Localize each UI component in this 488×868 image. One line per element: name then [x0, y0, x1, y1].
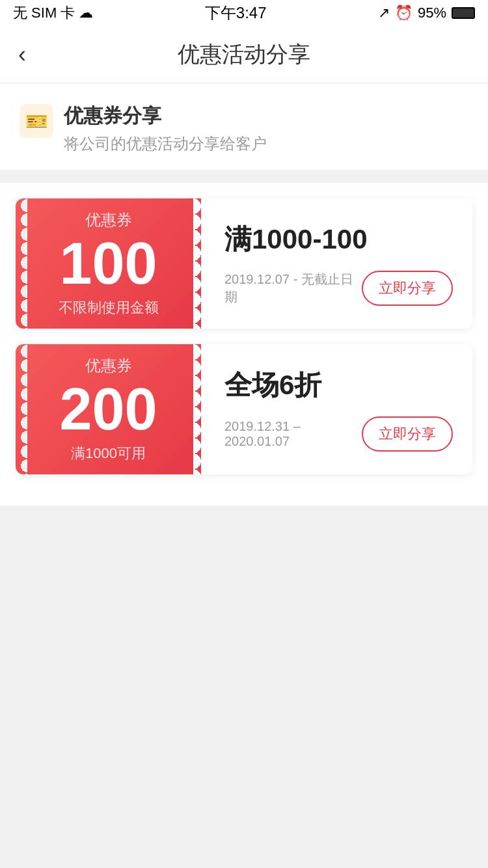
coupon-left-1: 优惠券 100 不限制使用金额 [16, 198, 201, 329]
location-icon: ↗ [378, 5, 390, 21]
status-right: ↗ ⏰ 95% [378, 5, 475, 21]
coupon-footer-1: 2019.12.07 - 无截止日期 立即分享 [224, 271, 453, 306]
sim-wifi-label: 无 SIM 卡 ☁ [13, 3, 93, 23]
status-bar: 无 SIM 卡 ☁ 下午3:47 ↗ ⏰ 95% [0, 0, 488, 26]
coupon-card-2: 优惠券 200 满1000可用 全场6折 2019.12.31 – 2020.0… [16, 344, 472, 474]
section-header: 🎫 优惠券分享 将公司的优惠活动分享给客户 [0, 83, 488, 170]
page-title: 优惠活动分享 [178, 40, 310, 70]
coupon-date-2: 2019.12.31 – 2020.01.07 [224, 419, 362, 449]
battery-icon [452, 7, 475, 19]
status-left: 无 SIM 卡 ☁ [13, 3, 93, 23]
coupon-left-2: 优惠券 200 满1000可用 [16, 344, 201, 474]
battery-label: 95% [418, 5, 446, 21]
alarm-icon: ⏰ [395, 5, 413, 21]
share-button-1[interactable]: 立即分享 [362, 271, 453, 306]
coupon-date-1: 2019.12.07 - 无截止日期 [224, 271, 362, 306]
section-subtitle: 将公司的优惠活动分享给客户 [64, 133, 267, 154]
coupon-value-1: 100 [59, 234, 157, 293]
coupon-right-2: 全场6折 2019.12.31 – 2020.01.07 立即分享 [201, 344, 472, 474]
coupon-name-1: 满1000-100 [224, 221, 453, 258]
share-button-2[interactable]: 立即分享 [362, 416, 453, 452]
coupon-value-2: 200 [59, 380, 157, 439]
section-text: 优惠券分享 将公司的优惠活动分享给客户 [64, 103, 267, 154]
coupon-condition-2: 满1000可用 [71, 444, 146, 463]
coupon-list: 优惠券 100 不限制使用金额 满1000-100 2019.12.07 - 无… [0, 183, 488, 506]
coupon-condition-1: 不限制使用金额 [59, 298, 159, 318]
coupon-label-2: 优惠券 [85, 355, 132, 376]
coupon-icon: 🎫 [20, 104, 53, 138]
coupon-card-1: 优惠券 100 不限制使用金额 满1000-100 2019.12.07 - 无… [16, 198, 472, 329]
coupon-footer-2: 2019.12.31 – 2020.01.07 立即分享 [224, 416, 453, 452]
status-time: 下午3:47 [205, 3, 267, 23]
coupon-right-1: 满1000-100 2019.12.07 - 无截止日期 立即分享 [201, 198, 472, 329]
bottom-area [0, 506, 488, 868]
section-title: 优惠券分享 [64, 103, 267, 129]
coupon-name-2: 全场6折 [224, 367, 453, 403]
divider [0, 170, 488, 183]
nav-bar: ‹ 优惠活动分享 [0, 26, 488, 83]
coupon-emoji: 🎫 [25, 111, 48, 132]
coupon-label-1: 优惠券 [85, 210, 132, 230]
back-button[interactable]: ‹ [18, 41, 26, 68]
